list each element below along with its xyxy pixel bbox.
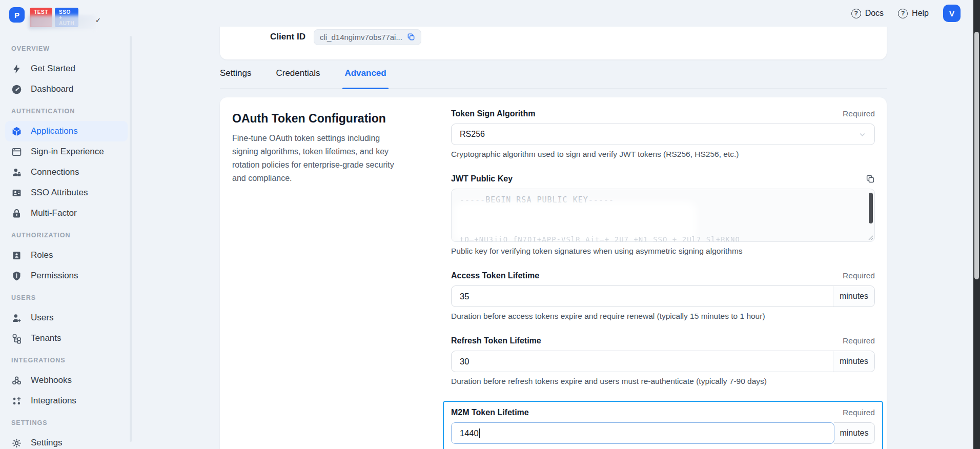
- resize-handle-icon[interactable]: [868, 235, 873, 240]
- question-circle-icon: ?: [898, 9, 908, 18]
- sidebar-item-multi-factor[interactable]: Multi-Factor: [5, 203, 128, 223]
- sidebar-item-settings[interactable]: Settings: [5, 433, 128, 449]
- sidebar-item-sso-attributes[interactable]: SSO Attributes: [5, 182, 128, 203]
- tab-settings[interactable]: Settings: [220, 68, 251, 88]
- sidebar-scrollbar[interactable]: [130, 36, 132, 442]
- sidebar-item-connections[interactable]: Connections: [5, 162, 128, 182]
- page-scrollbar[interactable]: [973, 0, 980, 449]
- help-link[interactable]: ? Help: [898, 9, 929, 18]
- sidebar-item-label: Roles: [31, 250, 53, 260]
- field-helper: Duration before access tokens expire and…: [451, 312, 875, 321]
- tab-advanced[interactable]: Advanced: [344, 68, 386, 88]
- select-value: RS256: [460, 130, 485, 139]
- top-bar: P TEST SSO + AUTH ✓ ? Docs ? Help V: [0, 0, 980, 27]
- field-label: Token Sign Algorithm: [451, 109, 535, 118]
- check-mark-icon: ✓: [95, 16, 101, 24]
- id-badge-icon: [11, 250, 22, 261]
- sidebar-item-webhooks[interactable]: Webhooks: [5, 370, 128, 391]
- chevron-down-icon: [859, 131, 866, 138]
- unit-label: minutes: [834, 422, 875, 444]
- sidebar: OVERVIEW Get Started Dashboard AUTHENTIC…: [0, 0, 133, 449]
- field-jwt-public-key: JWT Public Key -----BEGIN RSA PUBLIC KEY…: [451, 174, 875, 256]
- application-tabs: Settings Credentials Advanced: [220, 68, 887, 89]
- unit-label: minutes: [833, 286, 874, 307]
- sidebar-section-title: AUTHENTICATION: [0, 108, 133, 116]
- brand-logo: P: [9, 7, 25, 23]
- blocks-plus-icon: [11, 396, 22, 406]
- sidebar-item-label: Get Started: [31, 64, 75, 74]
- sidebar-item-sign-in-experience[interactable]: Sign-in Experience: [5, 141, 128, 162]
- jwt-key-first-line: -----BEGIN RSA PUBLIC KEY-----: [460, 195, 614, 205]
- required-badge: Required: [843, 336, 875, 345]
- sidebar-section-title: OVERVIEW: [0, 45, 133, 53]
- sidebar-item-label: Tenants: [31, 333, 62, 343]
- text-cursor: [479, 428, 480, 438]
- project-name-redacted: [29, 15, 96, 29]
- field-access-token-lifetime: Access Token Lifetime Required 35 minute…: [451, 271, 875, 321]
- sidebar-item-label: Dashboard: [31, 84, 73, 94]
- scrollbar-thumb[interactable]: [974, 32, 979, 279]
- sidebar-item-roles[interactable]: Roles: [5, 245, 128, 266]
- section-description: Fine-tune OAuth token settings including…: [232, 132, 401, 185]
- refresh-token-lifetime-input[interactable]: 30: [452, 351, 833, 372]
- sidebar-item-label: Multi-Factor: [31, 208, 77, 218]
- sidebar-item-integrations[interactable]: Integrations: [5, 391, 128, 411]
- sidebar-item-label: Webhooks: [31, 375, 72, 385]
- id-card-icon: [11, 188, 22, 198]
- access-token-lifetime-input[interactable]: 35: [452, 286, 833, 307]
- cube-icon: [11, 126, 22, 137]
- jwt-public-key-textarea[interactable]: -----BEGIN RSA PUBLIC KEY----- tQ—+NU3ji…: [451, 189, 875, 242]
- user-lock-icon: [11, 167, 22, 178]
- sidebar-item-permissions[interactable]: Permissions: [5, 266, 128, 286]
- field-m2m-token-lifetime-highlighted: M2M Token Lifetime Required 1440 minutes…: [443, 401, 883, 449]
- copy-icon[interactable]: [866, 174, 875, 183]
- user-avatar[interactable]: V: [943, 5, 961, 22]
- sidebar-item-users[interactable]: Users: [5, 308, 128, 328]
- sidebar-section-authentication: AUTHENTICATION Applications Sign-in Expe…: [0, 108, 133, 223]
- field-token-sign-algorithm: Token Sign Algorithm Required RS256 Cryp…: [451, 109, 875, 159]
- sidebar-item-label: Users: [31, 313, 53, 323]
- sidebar-item-label: Sign-in Experience: [31, 147, 104, 157]
- field-helper: Cryptographic algorithm used to sign and…: [451, 150, 875, 159]
- field-helper: Public key for verifying token signature…: [451, 247, 875, 256]
- client-id-badge[interactable]: cli_d14ngimv7obs77ai...: [314, 29, 421, 45]
- docs-link[interactable]: ? Docs: [851, 9, 884, 18]
- main-content: Client ID cli_d14ngimv7obs77ai... Check …: [133, 0, 973, 449]
- sidebar-section-integrations: INTEGRATIONS Webhooks Integrations: [0, 357, 133, 411]
- m2m-token-lifetime-input[interactable]: 1440: [451, 422, 834, 444]
- shield-icon: [11, 271, 22, 281]
- tab-credentials[interactable]: Credentials: [276, 68, 320, 88]
- sidebar-item-label: Settings: [31, 438, 62, 448]
- sidebar-item-label: Permissions: [31, 271, 78, 281]
- sidebar-section-title: AUTHORIZATION: [0, 232, 133, 240]
- sidebar-item-applications[interactable]: Applications: [5, 121, 128, 141]
- section-title: OAuth Token Configuration: [232, 112, 401, 126]
- question-circle-icon: ?: [851, 9, 861, 18]
- sidebar-item-get-started[interactable]: Get Started: [5, 58, 128, 79]
- textarea-scrollbar[interactable]: [869, 193, 873, 223]
- sidebar-section-title: SETTINGS: [0, 419, 133, 427]
- webhook-icon: [11, 375, 22, 386]
- dashboard-icon: [11, 84, 22, 95]
- field-label: Refresh Token Lifetime: [451, 336, 541, 345]
- sidebar-section-title: USERS: [0, 294, 133, 302]
- field-refresh-token-lifetime: Refresh Token Lifetime Required 30 minut…: [451, 336, 875, 386]
- sidebar-item-label: SSO Attributes: [31, 188, 88, 198]
- token-sign-algorithm-select[interactable]: RS256: [451, 124, 875, 145]
- sidebar-section-users: USERS Users Tenants: [0, 294, 133, 349]
- user-add-icon: [11, 313, 22, 323]
- field-label: Access Token Lifetime: [451, 271, 539, 280]
- bolt-icon: [11, 64, 22, 74]
- client-id-value: cli_d14ngimv7obs77ai...: [320, 33, 402, 42]
- required-badge: Required: [843, 408, 875, 417]
- field-label: JWT Public Key: [451, 174, 513, 183]
- jwt-key-cut-fragment: tQ—+NU3jiQ fN7QI+APP-VSlR Ait—+ 2U7 +N1 …: [460, 235, 740, 242]
- sidebar-item-label: Integrations: [31, 396, 76, 406]
- field-helper: Duration before refresh tokens expire an…: [451, 377, 875, 386]
- sidebar-item-dashboard[interactable]: Dashboard: [5, 79, 128, 99]
- sidebar-item-tenants[interactable]: Tenants: [5, 328, 128, 349]
- client-id-label: Client ID: [270, 32, 305, 42]
- oauth-token-configuration-card: OAuth Token Configuration Fine-tune OAut…: [220, 97, 887, 449]
- jwt-key-redacted-blur: [459, 207, 691, 237]
- required-badge: Required: [843, 109, 875, 118]
